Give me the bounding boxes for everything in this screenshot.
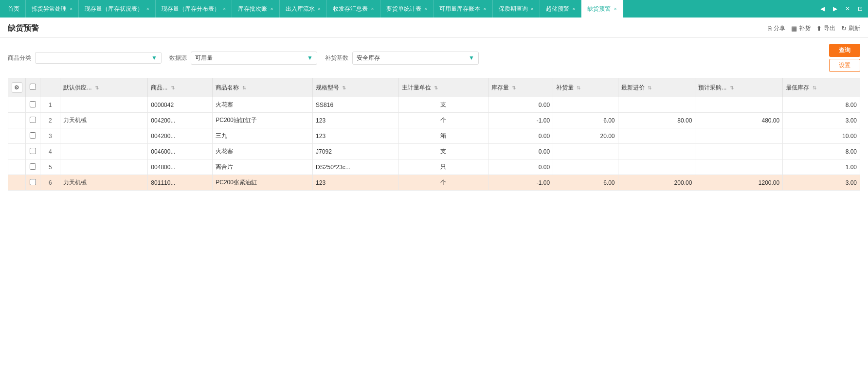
settings-button[interactable]: 设置	[829, 59, 860, 72]
replenish-basis-select[interactable]: 安全库存 ▼	[352, 52, 479, 65]
tab-label-home: 首页	[8, 5, 19, 13]
tab-close-receivesummary[interactable]: ×	[371, 6, 374, 12]
col-replenish-qty[interactable]: 补货量 ⇅	[553, 78, 618, 97]
tab-label-availableledger: 可用量库存账本	[439, 5, 480, 13]
sort-supplier-icon: ⇅	[95, 85, 99, 90]
row-checkbox-2[interactable]	[30, 117, 36, 123]
cell-min-stock: 3.00	[783, 113, 860, 128]
tab-label-batchaccount: 库存批次账	[238, 5, 267, 13]
replenish-icon: ▦	[791, 25, 797, 32]
cell-est-purchase	[695, 128, 783, 144]
tab-label-requisition: 要货单统计表	[386, 5, 421, 13]
tab-close-exception[interactable]: ×	[70, 6, 72, 12]
tab-overstock[interactable]: 超储预警×	[540, 0, 581, 18]
tab-receivesummary[interactable]: 收发存汇总表×	[327, 0, 380, 18]
refresh-icon: ↻	[841, 25, 847, 32]
sort-min-stock-icon: ⇅	[813, 85, 816, 90]
header-actions: ⎘ 分享 ▦ 补货 ⬆ 导出 ↻ 刷新	[768, 24, 860, 33]
cell-checkbox[interactable]	[26, 128, 40, 144]
row-checkbox-5[interactable]	[30, 163, 36, 170]
table-container: ⚙ 默认供应... ⇅ 商品... ⇅ 商品名称	[0, 78, 868, 198]
tab-close-expiryquery[interactable]: ×	[531, 6, 534, 12]
tab-home[interactable]: 首页	[2, 0, 26, 18]
category-select[interactable]: ▼	[35, 52, 162, 64]
cell-spec: 123	[313, 128, 398, 144]
tab-next-button[interactable]: ▶	[829, 3, 841, 15]
col-est-purchase[interactable]: 预计采购... ⇅	[695, 78, 783, 97]
tab-label-expiryquery: 保质期查询	[499, 5, 528, 13]
col-unit[interactable]: 主计量单位 ⇅	[398, 78, 488, 97]
datasource-select[interactable]: 可用量 ▼	[191, 52, 317, 65]
cell-stock: 0.00	[488, 144, 553, 159]
tab-expiryquery[interactable]: 保质期查询×	[493, 0, 540, 18]
tab-close-inventory2[interactable]: ×	[223, 6, 226, 12]
col-checkbox-all[interactable]	[26, 78, 40, 97]
cell-product-name: 离合片	[213, 159, 313, 175]
tab-exception[interactable]: 拣货异常处理×	[26, 0, 79, 18]
cell-product-code: 004800...	[148, 159, 213, 175]
column-settings-icon[interactable]: ⚙	[12, 82, 22, 93]
tab-prev-button[interactable]: ◀	[816, 3, 828, 15]
cell-supplier	[60, 159, 148, 175]
col-latest-price[interactable]: 最新进价 ⇅	[618, 78, 695, 97]
tab-inoutflow[interactable]: 出入库流水×	[280, 0, 327, 18]
tab-close-shortage[interactable]: ×	[614, 6, 616, 12]
cell-supplier: 力天机械	[60, 175, 148, 191]
sort-product-name-icon: ⇅	[242, 85, 246, 90]
tab-nav-buttons: ◀ ▶ ✕ ⊡	[816, 3, 866, 15]
cell-latest-price	[618, 128, 695, 144]
tab-expand-button[interactable]: ⊡	[854, 3, 866, 15]
row-checkbox-6[interactable]	[30, 179, 36, 185]
col-product-name[interactable]: 商品名称 ⇅	[213, 78, 313, 97]
export-icon: ⬆	[816, 25, 822, 32]
table-header-row: ⚙ 默认供应... ⇅ 商品... ⇅ 商品名称	[8, 78, 860, 97]
col-min-stock[interactable]: 最低库存 ⇅	[783, 78, 860, 97]
tab-close-availableledger[interactable]: ×	[483, 6, 486, 12]
col-spec[interactable]: 规格型号 ⇅	[313, 78, 398, 97]
row-checkbox-1[interactable]	[30, 101, 36, 107]
cell-supplier	[60, 144, 148, 159]
tab-close-requisition[interactable]: ×	[424, 6, 427, 12]
cell-latest-price	[618, 144, 695, 159]
col-product-code[interactable]: 商品... ⇅	[148, 78, 213, 97]
tab-bar: 首页拣货异常处理×现存量（库存状况表）×现存量（库存分布表）×库存批次账×出入库…	[0, 0, 868, 18]
tab-inventory2[interactable]: 现存量（库存分布表）×	[156, 0, 232, 18]
select-all-checkbox[interactable]	[30, 84, 36, 90]
tab-availableledger[interactable]: 可用量库存账本×	[434, 0, 492, 18]
tab-close-all-button[interactable]: ✕	[842, 3, 853, 15]
cell-checkbox[interactable]	[26, 144, 40, 159]
cell-min-stock: 1.00	[783, 159, 860, 175]
cell-stock: -1.00	[488, 175, 553, 191]
tab-shortage[interactable]: 缺货预警×	[581, 0, 623, 18]
cell-replenish-qty: 6.00	[553, 113, 618, 128]
col-stock[interactable]: 库存量 ⇅	[488, 78, 553, 97]
cell-checkbox[interactable]	[26, 159, 40, 175]
cell-stock: 0.00	[488, 97, 553, 113]
filter-actions: 查询 设置	[829, 44, 860, 72]
tab-inventory1[interactable]: 现存量（库存状况表）×	[79, 0, 155, 18]
row-checkbox-4[interactable]	[30, 148, 36, 154]
tab-close-inoutflow[interactable]: ×	[318, 6, 321, 12]
cell-unit: 个	[398, 113, 488, 128]
export-button[interactable]: ⬆ 导出	[816, 24, 835, 33]
cell-checkbox[interactable]	[26, 113, 40, 128]
tab-batchaccount[interactable]: 库存批次账×	[232, 0, 279, 18]
replenish-basis-arrow-icon: ▼	[469, 54, 474, 61]
cell-checkbox[interactable]	[26, 97, 40, 113]
refresh-button[interactable]: ↻ 刷新	[841, 24, 860, 33]
col-supplier[interactable]: 默认供应... ⇅	[60, 78, 148, 97]
tab-close-batchaccount[interactable]: ×	[270, 6, 273, 12]
sort-est-purchase-icon: ⇅	[730, 85, 734, 90]
tab-close-overstock[interactable]: ×	[572, 6, 575, 12]
row-checkbox-3[interactable]	[30, 132, 36, 139]
cell-checkbox[interactable]	[26, 175, 40, 191]
share-button[interactable]: ⎘ 分享	[768, 24, 785, 33]
replenish-button[interactable]: ▦ 补货	[791, 24, 811, 33]
tab-requisition[interactable]: 要货单统计表×	[380, 0, 434, 18]
tab-close-inventory1[interactable]: ×	[146, 6, 149, 12]
share-icon: ⎘	[768, 25, 772, 32]
query-button[interactable]: 查询	[829, 44, 860, 57]
sort-spec-icon: ⇅	[342, 85, 346, 90]
datasource-label: 数据源	[169, 54, 187, 62]
cell-settings	[8, 97, 26, 113]
